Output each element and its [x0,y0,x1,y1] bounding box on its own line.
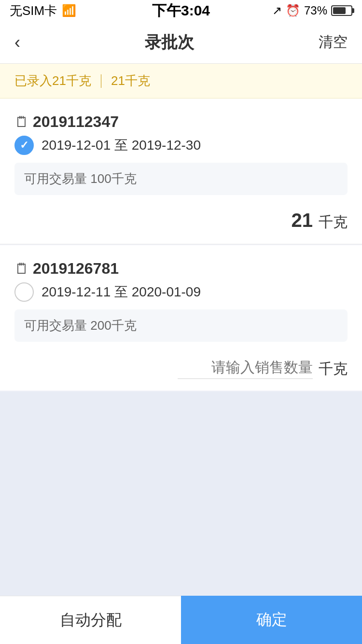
batch-1-qty-row: 可用交易量 100千克 [14,163,348,195]
status-time: 下午3:04 [152,1,210,21]
batch-2-icon: 🗒 [14,261,29,277]
batch-2-card: 🗒 2019126781 2019-12-11 至 2020-01-09 可用交… [0,245,362,391]
batch-1-card: 🗒 2019112347 2019-12-01 至 2019-12-30 可用交… [0,98,362,244]
banner-divider [101,74,101,88]
info-banner: 已录入21千克 21千克 [0,64,362,98]
battery-percent: 73% [304,4,327,17]
batch-1-amount-unit: 千克 [319,212,348,232]
entered-value: 21千克 [111,72,150,89]
page-title: 录批次 [145,31,194,54]
back-button[interactable]: ‹ [14,32,20,53]
content-wrapper: 🗒 2019112347 2019-12-01 至 2019-12-30 可用交… [0,98,362,630]
batch-1-date: 2019-12-01 至 2019-12-30 [42,136,201,154]
batch-1-id: 2019112347 [33,113,119,131]
batch-1-date-row: 2019-12-01 至 2019-12-30 [0,136,362,163]
batch-2-quantity-input[interactable] [178,359,313,376]
bottom-bar: 自动分配 确定 [0,596,362,644]
wifi-icon: 📶 [62,4,76,17]
batch-2-date-row: 2019-12-11 至 2020-01-09 [0,282,362,309]
confirm-button[interactable]: 确定 [181,596,362,644]
batch-2-unit: 千克 [319,359,348,379]
batch-1-available: 可用交易量 100千克 [24,171,137,186]
batch-2-id: 2019126781 [33,260,119,278]
location-icon: ↗ [272,4,282,17]
carrier-text: 无SIM卡 [10,2,57,19]
empty-area [0,392,362,630]
batch-2-input-row: 千克 [0,351,362,391]
batch-2-checkbox[interactable] [14,282,34,302]
batch-2-available: 可用交易量 200千克 [24,318,137,333]
auto-distribute-button[interactable]: 自动分配 [0,596,181,644]
batch-2-date: 2019-12-11 至 2020-01-09 [42,283,201,301]
input-underline [178,378,313,379]
batch-1-amount-value: 21 [292,210,313,231]
batch-1-header: 🗒 2019112347 [0,98,362,136]
status-right: ↗ ⏰ 73% [272,4,352,17]
nav-bar: ‹ 录批次 清空 [0,21,362,64]
status-bar: 无SIM卡 📶 下午3:04 ↗ ⏰ 73% [0,0,362,21]
entered-label: 已录入21千克 [14,72,91,89]
batch-2-header: 🗒 2019126781 [0,245,362,282]
batch-2-qty-row: 可用交易量 200千克 [14,309,348,342]
status-left: 无SIM卡 📶 [10,2,76,19]
alarm-icon: ⏰ [286,4,300,17]
batch-1-icon: 🗒 [14,114,29,130]
clear-button[interactable]: 清空 [319,32,348,52]
battery-fill [333,7,346,14]
batch-1-checkbox[interactable] [14,136,34,155]
batch-2-input-wrapper [178,359,313,379]
battery-icon [331,5,352,16]
batch-1-amount-row: 21 千克 [0,205,362,244]
